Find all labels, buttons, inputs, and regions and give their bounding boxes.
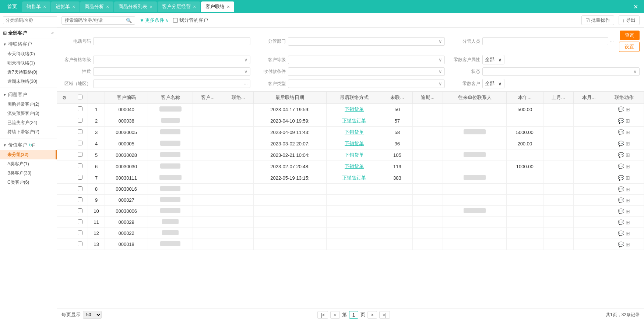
customer-type-select[interactable]: ∨ [288, 80, 445, 88]
grid-action-icon[interactable]: ⊞ [626, 141, 630, 147]
contact-method-link[interactable]: 下销货单 [345, 163, 364, 169]
th-customer-name[interactable]: 客户名称 [148, 92, 193, 104]
tab-customer-tier-close[interactable]: ✕ [193, 5, 196, 9]
prev-page-button[interactable]: < [330, 311, 340, 319]
sidebar-item-declining[interactable]: 持续下滑客户(2) [0, 127, 57, 137]
sidebar-group-value-title[interactable]: ▼ 价值客户 ↻ F [0, 140, 57, 150]
tab-product-list[interactable]: 商品分析列表 ✕ [114, 1, 157, 12]
th-category[interactable]: 客户... [193, 92, 223, 104]
row-checkbox[interactable] [78, 219, 82, 224]
th-last-contact-method[interactable]: 最后联络方式 [326, 92, 382, 104]
row-checkbox[interactable] [78, 186, 82, 191]
sidebar-all-customers[interactable]: ⊞ 全部客户 « [0, 28, 57, 39]
set-button[interactable]: 设置 [619, 42, 640, 52]
th-overdue[interactable]: 逾期... [412, 92, 443, 104]
sidebar-collapse-icon[interactable]: « [51, 31, 54, 36]
row-checkbox[interactable] [78, 129, 82, 134]
payment-select[interactable]: ∨ [288, 67, 445, 76]
comment-action-icon[interactable]: 💬 [618, 230, 624, 236]
sidebar-item-overdue[interactable]: 逾期未联络(30) [0, 77, 57, 86]
sidebar-item-class-a[interactable]: A类客户(1) [0, 159, 57, 169]
grid-action-icon[interactable]: ⊞ [626, 241, 630, 247]
contact-method-link[interactable]: 下销售订单 [342, 175, 366, 180]
row-checkbox[interactable] [78, 106, 82, 111]
nature-select[interactable]: ∨ [93, 67, 250, 76]
sidebar-item-churn-warning[interactable]: 流失预警客户(3) [0, 109, 57, 118]
row-checkbox[interactable] [78, 230, 82, 235]
comment-action-icon[interactable]: 💬 [618, 152, 624, 158]
tab-home[interactable]: 首页 [3, 1, 21, 12]
tab-product-list-close[interactable]: ✕ [149, 5, 152, 9]
th-this-month[interactable]: 本月... [574, 92, 604, 104]
status-select[interactable]: ∨ [482, 67, 640, 76]
sidebar-item-today[interactable]: 今天待联络(0) [0, 49, 57, 59]
tab-purchase[interactable]: 进货单 ✕ [51, 1, 80, 12]
batch-ops-button[interactable]: ☑ 批量操作 [581, 15, 614, 25]
grid-action-icon[interactable]: ⊞ [626, 118, 630, 124]
th-company-contact[interactable]: 往来单位联系人 [443, 92, 507, 104]
grid-action-icon[interactable]: ⊞ [626, 175, 630, 181]
grid-action-icon[interactable]: ⊞ [626, 219, 630, 225]
scatter-select[interactable]: 全部 ∨ [482, 79, 504, 88]
row-checkbox[interactable] [78, 118, 82, 123]
sidebar-group-pending-title[interactable]: ▼ 待联络客户 [0, 39, 57, 49]
grid-action-icon[interactable]: ⊞ [626, 208, 630, 214]
window-close-button[interactable]: ✕ [630, 2, 641, 12]
grid-action-icon[interactable]: ⊞ [626, 106, 630, 112]
grid-action-icon[interactable]: ⊞ [626, 186, 630, 192]
th-last-contact-date[interactable]: 最后联络日期 [254, 92, 327, 104]
dept-select[interactable]: ∨ [288, 37, 445, 46]
contact-method-link[interactable]: 下销货单 [345, 141, 364, 146]
more-conditions-btn[interactable]: ▼ 更多条件 ∧ [140, 17, 169, 24]
person-dots[interactable]: ··· [610, 39, 614, 44]
th-last-month[interactable]: 上月... [543, 92, 574, 104]
settings-icon[interactable]: ⚙ [62, 95, 67, 100]
next-page-button[interactable]: > [367, 311, 377, 319]
tab-product-analysis-close[interactable]: ✕ [106, 5, 109, 9]
first-page-button[interactable]: |< [317, 311, 328, 319]
tab-purchase-close[interactable]: ✕ [72, 5, 75, 9]
search-input[interactable] [65, 18, 126, 23]
sidebar-search-input[interactable] [3, 16, 57, 24]
tab-sales-close[interactable]: ✕ [43, 5, 46, 9]
comment-action-icon[interactable]: 💬 [618, 129, 624, 135]
person-input[interactable] [482, 37, 608, 45]
sidebar-item-tomorrow[interactable]: 明天待联络(1) [0, 59, 57, 68]
tab-sales[interactable]: 销售单 ✕ [22, 1, 50, 12]
query-button[interactable]: 查询 [620, 31, 640, 40]
contact-method-link[interactable]: 下销货单 [345, 129, 364, 135]
row-checkbox[interactable] [78, 197, 82, 202]
grid-action-icon[interactable]: ⊞ [626, 197, 630, 203]
comment-action-icon[interactable]: 💬 [618, 186, 624, 192]
sidebar-item-hoarding[interactable]: 囤购异常客户(2) [0, 100, 57, 109]
grid-action-icon[interactable]: ⊞ [626, 129, 630, 135]
price-level-select[interactable]: ∨ [93, 56, 250, 64]
comment-action-icon[interactable]: 💬 [618, 241, 624, 247]
per-page-select[interactable]: 50 100 200 [83, 311, 102, 319]
my-customers-checkbox[interactable] [173, 18, 178, 23]
comment-action-icon[interactable]: 💬 [618, 219, 624, 225]
sidebar-item-class-c[interactable]: C类客户(6) [0, 178, 57, 187]
contact-method-link[interactable]: 下销货单 [345, 152, 364, 158]
scatter-attr-select[interactable]: 全部 ∨ [482, 55, 504, 64]
row-checkbox[interactable] [78, 208, 82, 213]
th-settings[interactable]: ⚙ [57, 92, 72, 104]
th-no-contact[interactable]: 未联... [382, 92, 412, 104]
row-checkbox[interactable] [78, 175, 82, 180]
customer-level-select[interactable]: ∨ [288, 56, 445, 64]
last-page-button[interactable]: >| [379, 311, 390, 319]
th-this-year[interactable]: 本年... [507, 92, 543, 104]
comment-action-icon[interactable]: 💬 [618, 118, 624, 124]
sidebar-item-churned[interactable]: 已流失客户(24) [0, 118, 57, 127]
comment-action-icon[interactable]: 💬 [618, 106, 624, 112]
tab-customer-contact[interactable]: 客户联络 ✕ [201, 1, 234, 12]
select-all-checkbox[interactable] [78, 95, 82, 99]
comment-action-icon[interactable]: 💬 [618, 163, 624, 169]
row-checkbox[interactable] [78, 163, 82, 168]
tab-customer-contact-close[interactable]: ✕ [227, 5, 230, 9]
sidebar-group-problem-title[interactable]: ▼ 问题客户 [0, 89, 57, 100]
sidebar-item-7days[interactable]: 近7天待联络(0) [0, 68, 57, 77]
th-customer-code[interactable]: 客户编码 [105, 92, 148, 104]
tab-product-analysis[interactable]: 商品分析 ✕ [80, 1, 113, 12]
refresh-icon[interactable]: ↻ [29, 143, 32, 148]
